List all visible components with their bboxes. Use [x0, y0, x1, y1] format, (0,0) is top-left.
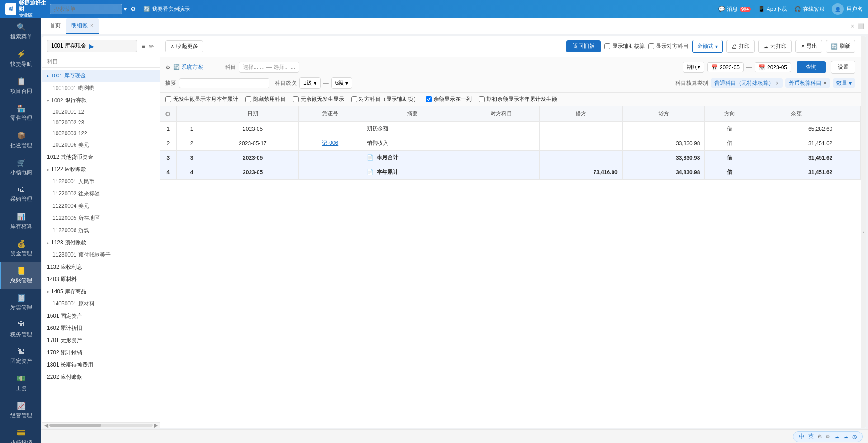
search-dropdown-icon[interactable]: ▾	[124, 6, 127, 12]
tree-item-11220001[interactable]: 11220001 人民币	[42, 176, 160, 188]
sidebar-item-inventory[interactable]: 📊 库存核算	[0, 208, 41, 235]
sidebar-item-retail[interactable]: 🏪 零售管理	[0, 100, 41, 127]
bottom-cloud-icon3[interactable]: ◷	[852, 433, 857, 440]
sidebar-item-quicknav[interactable]: ⚡ 快捷导航	[0, 45, 41, 72]
tree-item-10010001[interactable]: 10010001 咧咧咧	[42, 82, 160, 94]
tree-item-1123[interactable]: ▸ 1123 预付账款	[42, 237, 160, 249]
tree-item-10020003[interactable]: 10020003 122	[42, 128, 160, 139]
bottom-english-label[interactable]: 英	[808, 433, 814, 440]
tab-ledger-detail[interactable]: 明细账 ×	[66, 18, 99, 34]
check-opposite-aux[interactable]: 对方科目（显示辅助项）	[351, 95, 419, 103]
tree-item-1405[interactable]: ▸ 1405 库存商品	[42, 286, 160, 298]
tree-item-1002[interactable]: ▸ 1002 银行存款	[42, 94, 160, 106]
check-balance-one-col-input[interactable]	[426, 96, 432, 102]
tab-home[interactable]: 首页	[44, 18, 66, 34]
col-gear[interactable]: ⚙	[160, 106, 176, 122]
account-selector[interactable]: 1001 库存现金 ▶	[47, 40, 137, 52]
maximize-window-icon[interactable]: ⬜	[858, 23, 864, 29]
tree-item-11220006[interactable]: 11220006 游戏	[42, 224, 160, 237]
check-balance-one-col[interactable]: 余额显示在一列	[426, 95, 472, 103]
tree-item-10020002[interactable]: 10020002 23	[42, 117, 160, 128]
tree-item-11220004[interactable]: 11220004 美元	[42, 200, 160, 212]
close-window-icon[interactable]: ×	[851, 23, 854, 29]
filter-tag-3[interactable]: 数量 ▾	[833, 78, 855, 88]
bottom-cloud-icon1[interactable]: ☁	[834, 433, 840, 440]
user-profile[interactable]: 👤 用户名	[832, 3, 863, 15]
top-search-input[interactable]	[50, 4, 122, 14]
filter-subject-select[interactable]: 选择... ... — 选择... ...	[239, 62, 299, 73]
tree-item-11220002[interactable]: 11220002 往来标签	[42, 188, 160, 200]
query-button[interactable]: 查询	[797, 61, 826, 73]
check-no-amount[interactable]: 无发生额显示本月本年累计	[165, 95, 238, 103]
show-opposite-checkbox[interactable]: 显示对方科目	[648, 43, 689, 50]
bottom-edit-icon[interactable]: ✏	[826, 433, 830, 440]
bottom-chinese-icon[interactable]: 中	[799, 433, 805, 441]
filter-period-type[interactable]: 期间▾	[683, 62, 704, 73]
amount-format-button[interactable]: 金额式 ▾	[692, 40, 723, 53]
tree-item-1403[interactable]: 1403 原材料	[42, 273, 160, 286]
check-no-balance[interactable]: 无余额无发生显示	[293, 95, 344, 103]
filter-tag-2-close[interactable]: ×	[823, 80, 826, 86]
more-button[interactable]: ∧ 收起更多	[165, 40, 203, 52]
sidebar-item-fixed-assets[interactable]: 🏗 固定资产	[0, 343, 41, 370]
filter-summary-input[interactable]	[179, 78, 269, 88]
tree-item-1601[interactable]: 1601 固定资产	[42, 310, 160, 322]
back-old-version-button[interactable]: 返回旧版	[566, 40, 601, 52]
tree-item-1702[interactable]: 1702 累计摊销	[42, 347, 160, 359]
tree-item-1801[interactable]: 1801 长期待摊费用	[42, 359, 160, 371]
check-hide-disabled[interactable]: 隐藏禁用科目	[245, 95, 286, 103]
check-opposite-aux-input[interactable]	[351, 96, 357, 102]
tab-close-icon[interactable]: ×	[90, 23, 93, 28]
check-opening-annual[interactable]: 期初余额显示本年累计发生额	[479, 95, 557, 103]
sidebar-item-ledger[interactable]: 📒 总账管理	[0, 262, 41, 289]
sidebar-item-wholesale[interactable]: 📦 批发管理	[0, 127, 41, 154]
panel-edit-icon[interactable]: ✏	[148, 42, 155, 51]
sidebar-item-tax[interactable]: 🏛 税务管理	[0, 316, 41, 343]
check-opening-annual-input[interactable]	[479, 96, 485, 102]
sidebar-item-expense[interactable]: 💳 小畅报销	[0, 424, 41, 443]
scheme-btn[interactable]: 🔄 系统方案	[173, 63, 203, 71]
message-action[interactable]: 💬 消息 99+	[718, 5, 751, 13]
demo-link[interactable]: 🔄 我要看实例演示	[143, 5, 190, 13]
tree-item-11220005[interactable]: 11220005 所在地区	[42, 212, 160, 224]
sidebar-item-search[interactable]: 🔍 搜索菜单	[0, 18, 41, 45]
panel-list-view-icon[interactable]: ≡	[141, 42, 146, 51]
tree-item-1122[interactable]: ▸ 1122 应收账款	[42, 163, 160, 176]
show-aux-input[interactable]	[604, 43, 610, 49]
check-no-amount-input[interactable]	[165, 96, 171, 102]
scroll-right-icon[interactable]: ▶	[154, 422, 158, 428]
filter-tag-1-close[interactable]: ×	[776, 80, 779, 86]
tree-item-1001[interactable]: ▸ 1001 库存现金	[42, 70, 160, 82]
sidebar-item-invoice[interactable]: 🧾 发票管理	[0, 289, 41, 316]
check-no-balance-input[interactable]	[293, 96, 299, 102]
sidebar-item-funds[interactable]: 💰 资金管理	[0, 235, 41, 262]
show-aux-checkbox[interactable]: 显示辅助核算	[604, 43, 645, 50]
cloud-print-button[interactable]: ☁ 云打印	[758, 40, 792, 53]
tree-item-11230001[interactable]: 11230001 预付账款美子	[42, 249, 160, 261]
sidebar-item-payroll[interactable]: 💵 工资	[0, 370, 41, 397]
tree-item-1701[interactable]: 1701 无形资产	[42, 334, 160, 347]
filter-period-start-input[interactable]: 📅 2023-05	[707, 62, 744, 72]
app-download-action[interactable]: 📱 App下载	[758, 5, 787, 13]
scheme-settings-icon[interactable]: ⚙	[165, 64, 170, 71]
online-service-action[interactable]: 🎧 在线客服	[794, 5, 825, 13]
tree-item-1012[interactable]: 1012 其他货币资金	[42, 151, 160, 163]
sidebar-item-operations[interactable]: 📈 经营管理	[0, 397, 41, 424]
show-opposite-input[interactable]	[648, 43, 654, 49]
tree-item-14050001[interactable]: 14050001 原材料	[42, 298, 160, 310]
row-2-voucher[interactable]: 记-006	[298, 136, 362, 151]
sidebar-item-purchase[interactable]: 🛍 采购管理	[0, 181, 41, 208]
right-collapse-handle[interactable]: ›	[861, 36, 866, 428]
sidebar-item-project[interactable]: 📋 项目合同	[0, 72, 41, 100]
filter-level-to[interactable]: 6级 ▾	[331, 77, 353, 89]
tree-item-1602[interactable]: 1602 累计折旧	[42, 322, 160, 334]
tree-item-1132[interactable]: 1132 应收利息	[42, 261, 160, 273]
sidebar-item-ecommerce[interactable]: 🛒 小畅电商	[0, 154, 41, 181]
bottom-cloud-icon2[interactable]: ☁	[843, 433, 849, 440]
scroll-left-icon[interactable]: ◀	[44, 422, 48, 428]
export-button[interactable]: ↗ 导出	[795, 40, 822, 53]
filter-level-from[interactable]: 1级 ▾	[299, 77, 321, 89]
tree-item-2202[interactable]: 2202 应付账款	[42, 371, 160, 383]
check-hide-disabled-input[interactable]	[245, 96, 251, 102]
filter-period-end-input[interactable]: 📅 2023-05	[755, 62, 791, 72]
